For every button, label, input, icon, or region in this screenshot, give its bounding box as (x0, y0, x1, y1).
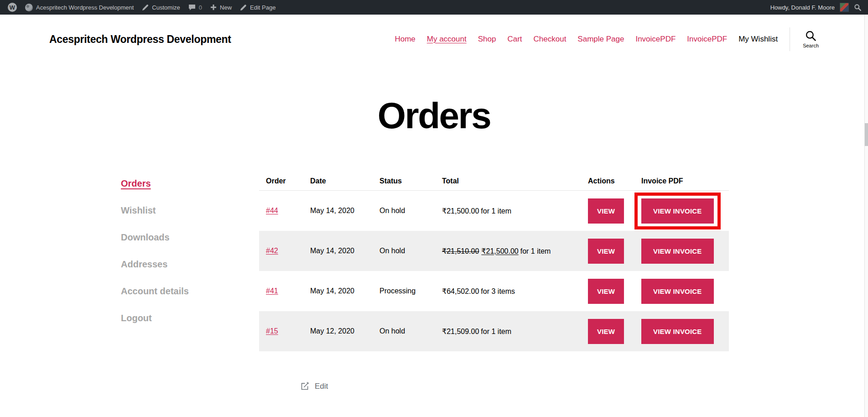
comments-bubble-icon (188, 4, 196, 10)
order-status: On hold (379, 327, 442, 335)
view-invoice-button[interactable]: VIEW INVOICE (641, 198, 714, 224)
account-nav-item[interactable]: Wishlist (121, 205, 259, 216)
admin-bar-comments-count: 0 (199, 4, 202, 11)
order-status: On hold (379, 247, 442, 255)
order-date: May 14, 2020 (310, 287, 379, 295)
admin-bar-comments[interactable]: 0 (184, 0, 206, 15)
edit-link-label: Edit (315, 382, 328, 391)
site-header: Acespritech Wordpress Development HomeMy… (0, 15, 868, 64)
column-header: Order (266, 177, 310, 185)
main-nav: HomeMy accountShopCartCheckoutSample Pag… (395, 35, 778, 44)
admin-bar-site-name-label: Acespritech Wordpress Development (36, 4, 134, 11)
column-header: Total (442, 177, 588, 185)
wp-admin-bar: W Acespritech Wordpress Development Cust… (0, 0, 868, 15)
view-invoice-button[interactable]: VIEW INVOICE (641, 239, 714, 264)
old-price: ₹21,510.00 (442, 247, 479, 255)
order-total: ₹21,509.00for 1 item (442, 327, 588, 336)
column-header: Invoice PDF (641, 177, 729, 185)
account-nav-item[interactable]: Logout (121, 313, 259, 324)
account-nav-item[interactable]: Orders (121, 178, 259, 189)
edit-icon (300, 381, 310, 391)
order-number-link[interactable]: #44 (266, 207, 278, 214)
site-icon (25, 4, 33, 11)
nav-item[interactable]: InvoicePDF (687, 35, 727, 44)
account-nav-item[interactable]: Downloads (121, 232, 259, 243)
order-status: Processing (379, 287, 442, 295)
vertical-scrollbar[interactable] (864, 15, 868, 417)
plus-icon (210, 4, 217, 10)
current-price: ₹21,509.00 (442, 328, 479, 335)
scrollbar-thumb[interactable] (865, 123, 868, 146)
order-row: #42May 14, 2020On hold₹21,510.00₹21,500.… (259, 231, 729, 271)
admin-bar-site-name[interactable]: Acespritech Wordpress Development (21, 0, 138, 15)
column-header: Date (310, 177, 379, 185)
order-total: ₹21,510.00₹21,500.00for 1 item (442, 247, 588, 255)
item-count-text: for 1 item (481, 207, 511, 215)
admin-bar-left: W Acespritech Wordpress Development Cust… (0, 0, 280, 15)
admin-bar-customize-label: Customize (152, 4, 180, 11)
howdy-account-label[interactable]: Howdy, Donald F. Moore (770, 4, 835, 11)
nav-item[interactable]: My account (427, 35, 467, 44)
item-count-text: for 3 items (481, 287, 515, 295)
header-search-toggle[interactable]: Search (790, 27, 819, 51)
account-nav-item[interactable]: Addresses (121, 259, 259, 270)
order-number-link[interactable]: #42 (266, 247, 278, 255)
order-total: ₹21,500.00for 1 item (442, 207, 588, 215)
account-nav: OrdersWishlistDownloadsAddressesAccount … (121, 177, 259, 351)
order-status: On hold (379, 207, 442, 215)
current-price: ₹64,502.00 (442, 287, 479, 295)
admin-search-icon[interactable] (854, 4, 862, 11)
orders-table-body: #44May 14, 2020On hold₹21,500.00for 1 it… (259, 191, 729, 351)
orders-table: OrderDateStatusTotalActionsInvoice PDF #… (259, 177, 729, 351)
site-title[interactable]: Acespritech Wordpress Development (49, 33, 231, 46)
edit-page-link[interactable]: Edit (300, 381, 328, 391)
item-count-text: for 1 item (520, 247, 551, 255)
admin-bar-edit-page-label: Edit Page (250, 4, 275, 11)
nav-item[interactable]: InvoicePDF (635, 35, 676, 44)
admin-bar-new-label: New (220, 4, 232, 11)
view-order-button[interactable]: VIEW (588, 239, 624, 264)
view-order-button[interactable]: VIEW (588, 319, 624, 344)
user-avatar[interactable] (840, 3, 848, 11)
my-account-content: OrdersWishlistDownloadsAddressesAccount … (121, 177, 729, 351)
annotation-highlight-box: VIEW INVOICE (634, 193, 721, 229)
nav-item[interactable]: Home (395, 35, 415, 44)
order-row: #15May 12, 2020On hold₹21,509.00for 1 it… (259, 311, 729, 351)
admin-bar-edit-page[interactable]: Edit Page (236, 0, 280, 15)
order-date: May 14, 2020 (310, 247, 379, 255)
view-order-button[interactable]: VIEW (588, 279, 624, 304)
customize-brush-icon (142, 4, 149, 11)
admin-bar-new[interactable]: New (206, 0, 236, 15)
search-label: Search (803, 43, 819, 48)
search-icon (805, 30, 816, 42)
order-number-link[interactable]: #41 (266, 287, 278, 295)
wordpress-logo-icon: W (8, 3, 17, 12)
admin-bar-right: Howdy, Donald F. Moore (770, 0, 868, 15)
nav-item[interactable]: Sample Page (577, 35, 624, 44)
wp-logo-menu[interactable]: W (4, 0, 21, 15)
order-total: ₹64,502.00for 3 items (442, 287, 588, 296)
order-row: #44May 14, 2020On hold₹21,500.00for 1 it… (259, 191, 729, 231)
edit-pencil-icon (240, 4, 247, 11)
order-date: May 14, 2020 (310, 207, 379, 215)
item-count-text: for 1 item (481, 328, 511, 335)
order-row: #41May 14, 2020Processing₹64,502.00for 3… (259, 271, 729, 311)
nav-item[interactable]: Cart (507, 35, 522, 44)
column-header: Status (379, 177, 442, 185)
view-invoice-button[interactable]: VIEW INVOICE (641, 319, 714, 344)
orders-table-header: OrderDateStatusTotalActionsInvoice PDF (259, 177, 729, 191)
page-title: Orders (0, 95, 868, 137)
current-price: ₹21,500.00 (481, 247, 518, 255)
order-number-link[interactable]: #15 (266, 327, 278, 335)
view-order-button[interactable]: VIEW (588, 198, 624, 224)
view-invoice-button[interactable]: VIEW INVOICE (641, 279, 714, 304)
account-nav-item[interactable]: Account details (121, 286, 259, 297)
nav-item[interactable]: My Wishlist (738, 35, 778, 44)
order-date: May 12, 2020 (310, 327, 379, 335)
current-price: ₹21,500.00 (442, 207, 479, 215)
nav-item[interactable]: Shop (478, 35, 496, 44)
column-header: Actions (588, 177, 641, 185)
nav-item[interactable]: Checkout (534, 35, 567, 44)
admin-bar-customize[interactable]: Customize (138, 0, 184, 15)
